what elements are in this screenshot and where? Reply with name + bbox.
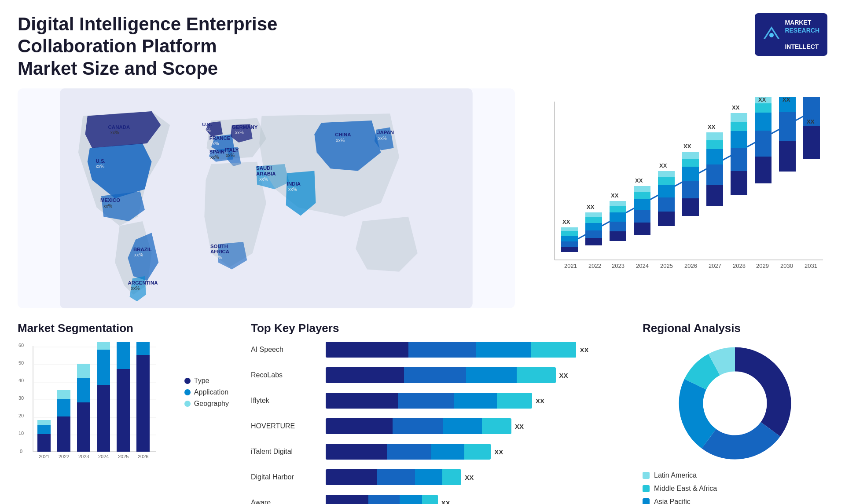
svg-text:XX: XX [708, 124, 716, 130]
regional-legend: Latin America Middle East & Africa Asia … [643, 471, 827, 504]
legend-asia-pacific: Asia Pacific [643, 498, 827, 504]
logo-box: MARKETRESEARCHINTELLECT [755, 13, 827, 56]
svg-text:XX: XX [659, 162, 667, 169]
svg-rect-41 [561, 247, 578, 252]
svg-text:xx%: xx% [235, 130, 244, 135]
svg-rect-135 [57, 390, 70, 399]
bar-2026: XX 2026 [682, 143, 699, 269]
svg-text:JAPAN: JAPAN [377, 130, 394, 135]
player-bar: XX [326, 418, 621, 434]
legend-dot-application [184, 389, 191, 395]
svg-rect-104 [779, 141, 796, 172]
svg-rect-87 [706, 132, 723, 140]
svg-text:xx%: xx% [288, 187, 297, 192]
svg-rect-129 [37, 434, 51, 452]
svg-text:CANADA: CANADA [108, 124, 130, 130]
svg-text:xx%: xx% [226, 153, 235, 158]
svg-text:2025: 2025 [660, 263, 673, 269]
legend-geography: Geography [184, 400, 229, 408]
player-row-iflytek: Iflytek XX [251, 393, 621, 409]
svg-text:XX: XX [611, 192, 619, 199]
svg-text:xx%: xx% [103, 204, 112, 208]
svg-rect-138 [77, 378, 90, 402]
svg-point-2 [769, 33, 774, 37]
regional-title: Regional Analysis [643, 321, 827, 335]
svg-text:2024: 2024 [636, 263, 649, 269]
svg-rect-91 [731, 148, 747, 171]
svg-text:XX: XX [683, 143, 691, 150]
seg-legend: Type Application Geography [184, 351, 229, 408]
svg-rect-64 [634, 199, 650, 210]
svg-point-156 [703, 372, 767, 435]
player-row-digitalharbor: Digital Harbor XX [251, 469, 621, 485]
svg-rect-76 [682, 198, 699, 216]
svg-text:XX: XX [807, 118, 815, 125]
svg-rect-148 [136, 355, 150, 452]
svg-text:2026: 2026 [138, 454, 148, 459]
logo-icon [763, 26, 780, 43]
segmentation-section: Market Segmentation 0 10 20 30 40 50 [18, 321, 229, 504]
svg-rect-97 [755, 157, 772, 183]
svg-text:FRANCE: FRANCE [209, 135, 231, 141]
svg-rect-66 [634, 186, 650, 192]
svg-rect-83 [706, 185, 723, 206]
svg-rect-78 [682, 167, 699, 181]
svg-text:GERMANY: GERMANY [232, 124, 258, 130]
svg-rect-48 [585, 238, 602, 245]
svg-text:2021: 2021 [564, 263, 577, 269]
svg-text:xx%: xx% [134, 252, 143, 257]
bar-2027: XX 2027 [706, 124, 723, 269]
svg-text:2025: 2025 [118, 454, 129, 459]
players-list: AI Speech XX RecoLabs [251, 342, 621, 504]
player-name: HOVERTURE [251, 422, 321, 430]
player-row-aispeech: AI Speech XX [251, 342, 621, 358]
world-map: CANADA xx% U.S. xx% MEXICO xx% BRAZIL xx… [18, 88, 515, 308]
svg-text:2021: 2021 [39, 454, 49, 459]
svg-rect-65 [634, 192, 650, 199]
svg-rect-51 [585, 217, 602, 223]
svg-rect-94 [731, 113, 747, 122]
legend-application: Application [184, 388, 229, 396]
bar-2024: XX 2024 [634, 177, 650, 269]
svg-text:ITALY: ITALY [225, 147, 239, 153]
bar-2023: XX 2023 [610, 192, 626, 269]
svg-text:2026: 2026 [684, 263, 697, 269]
page-wrapper: Digital Intelligence Enterprise Collabor… [0, 0, 845, 504]
svg-text:xx%: xx% [210, 155, 219, 160]
legend-latin-america: Latin America [643, 471, 827, 479]
svg-text:xx%: xx% [96, 164, 105, 169]
svg-text:50: 50 [18, 360, 24, 365]
svg-rect-131 [37, 420, 51, 425]
svg-rect-63 [634, 210, 650, 223]
svg-text:2027: 2027 [709, 263, 721, 269]
svg-rect-134 [57, 399, 70, 416]
svg-rect-72 [658, 177, 675, 185]
svg-rect-43 [561, 236, 578, 241]
seg-chart: 0 10 20 30 40 50 60 [18, 342, 158, 474]
svg-rect-105 [779, 112, 796, 141]
svg-text:2022: 2022 [59, 454, 69, 459]
svg-text:xx%: xx% [110, 130, 119, 135]
svg-text:BRAZIL: BRAZIL [133, 247, 152, 252]
svg-text:40: 40 [18, 378, 24, 383]
svg-text:XX: XX [587, 204, 595, 210]
svg-text:CHINA: CHINA [335, 132, 351, 138]
header: Digital Intelligence Enterprise Collabor… [18, 13, 827, 80]
players-title: Top Key Players [251, 321, 621, 335]
logo-area: MARKETRESEARCHINTELLECT [755, 13, 827, 56]
svg-text:AFRICA: AFRICA [210, 249, 229, 254]
svg-rect-100 [755, 103, 772, 113]
svg-rect-84 [706, 164, 723, 185]
legend-dot-asia-pacific [643, 498, 650, 504]
svg-text:20: 20 [18, 413, 24, 418]
svg-rect-71 [658, 185, 675, 197]
logo-text: MARKETRESEARCHINTELLECT [785, 18, 819, 51]
svg-text:XX: XX [635, 177, 643, 184]
svg-text:SPAIN: SPAIN [209, 149, 224, 154]
player-bar: XX [326, 469, 621, 485]
svg-rect-52 [585, 212, 602, 217]
player-name: AI Speech [251, 346, 321, 354]
player-row-hoverture: HOVERTURE XX [251, 418, 621, 434]
svg-text:xx%: xx% [210, 141, 219, 146]
player-name: Aware [251, 499, 321, 504]
